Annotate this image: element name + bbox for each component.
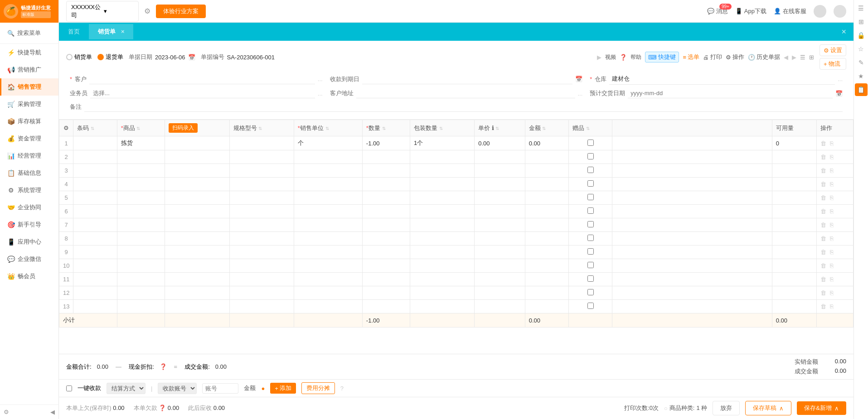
cell-amount[interactable] [525, 300, 568, 313]
cell-amount[interactable] [525, 273, 568, 286]
gift-checkbox[interactable] [587, 167, 594, 173]
add-btn[interactable]: + 添加 [270, 383, 296, 394]
cell-pkg-qty[interactable] [410, 218, 475, 232]
sidebar-item-basic[interactable]: 📋基础信息 [0, 164, 58, 182]
cell-barcode[interactable] [73, 286, 117, 300]
shortcut-btn[interactable]: ⌨ 快捷键 [645, 52, 679, 63]
cell-unit-price[interactable] [475, 259, 525, 273]
cell-pkg-qty[interactable] [410, 246, 475, 259]
cell-pkg-qty[interactable] [410, 164, 475, 178]
cell-qty[interactable] [362, 273, 410, 286]
cell-product[interactable] [117, 178, 165, 191]
cell-qty[interactable] [362, 232, 410, 246]
gift-checkbox[interactable] [587, 275, 594, 282]
cell-unit-price[interactable] [475, 205, 525, 218]
copy-icon[interactable]: ⎘ [830, 140, 834, 147]
customer-addr-more-icon[interactable]: ... [578, 90, 583, 97]
gift-checkbox[interactable] [587, 180, 594, 187]
cell-product[interactable] [117, 205, 165, 218]
cell-gift[interactable] [568, 136, 612, 150]
method-select[interactable]: 结算方式 [107, 383, 145, 394]
copy-icon[interactable]: ⎘ [830, 167, 834, 174]
sidebar-collapse-icon[interactable]: ◀ [50, 409, 55, 415]
expense-btn[interactable]: 费用分摊 [301, 382, 335, 394]
nav-prev-icon[interactable]: ◀ [784, 54, 788, 61]
cell-barcode[interactable] [73, 191, 117, 205]
operation-btn[interactable]: ⚙ 操作 [726, 53, 744, 61]
delete-icon[interactable]: 🗑 [820, 154, 826, 160]
cell-spec[interactable] [229, 273, 294, 286]
gift-checkbox[interactable] [587, 303, 594, 309]
cell-amount[interactable]: 0.00 [525, 136, 568, 150]
cell-unit-price[interactable] [475, 300, 525, 313]
salesperson-input[interactable] [90, 88, 315, 98]
cell-gift[interactable] [568, 246, 612, 259]
cell-spec[interactable] [229, 205, 294, 218]
tab-home[interactable]: 首页 [59, 24, 89, 39]
cell-unit[interactable] [294, 164, 362, 178]
add-circle-icon[interactable]: ● [261, 385, 265, 392]
tool-list-view[interactable]: ☰ [855, 2, 868, 14]
scan-btn[interactable]: 扫码录入 [169, 123, 198, 133]
account-select[interactable]: 收款账号 [158, 383, 197, 394]
sidebar-item-finance[interactable]: 💰资金管理 [0, 130, 58, 147]
gift-checkbox[interactable] [587, 207, 594, 214]
cell-amount[interactable] [525, 286, 568, 300]
sidebar-item-members[interactable]: 👑畅会员 [0, 268, 58, 285]
cell-unit-price[interactable] [475, 150, 525, 164]
choose-btn[interactable]: ≡ 选单 [683, 53, 699, 61]
cell-unit[interactable] [294, 191, 362, 205]
cell-pkg-qty[interactable] [410, 191, 475, 205]
cell-barcode[interactable] [73, 259, 117, 273]
search-menu-item[interactable]: 🔍 搜索菜单 [4, 26, 55, 40]
th-scan[interactable]: 扫码录入 [165, 120, 229, 136]
list-icon[interactable]: ☰ [800, 54, 805, 61]
gift-checkbox[interactable] [587, 235, 594, 241]
cell-unit[interactable] [294, 178, 362, 191]
delete-icon[interactable]: 🗑 [820, 249, 826, 255]
cell-gift[interactable] [568, 205, 612, 218]
warehouse-value[interactable]: 建材仓 [609, 73, 835, 85]
delete-icon[interactable]: 🗑 [820, 235, 826, 242]
calendar-icon[interactable]: 📅 [188, 54, 195, 61]
cell-gift[interactable] [568, 300, 612, 313]
copy-icon[interactable]: ⎘ [830, 181, 834, 188]
delete-icon[interactable]: 🗑 [820, 289, 826, 296]
avatar[interactable] [814, 5, 826, 18]
tab-close-icon[interactable]: × [121, 28, 125, 35]
cell-unit[interactable] [294, 205, 362, 218]
trial-btn[interactable]: 体验行业方案 [156, 5, 206, 18]
cell-unit-price[interactable] [475, 178, 525, 191]
delivery-date-calendar-icon[interactable]: 📅 [835, 90, 843, 97]
cell-gift[interactable] [568, 273, 612, 286]
sidebar-item-system[interactable]: ⚙系统管理 [0, 182, 58, 199]
cell-barcode[interactable] [73, 136, 117, 150]
cell-unit-price[interactable] [475, 273, 525, 286]
cell-product[interactable] [117, 286, 165, 300]
header-settings-icon[interactable]: ⚙ [144, 7, 150, 15]
cell-gift[interactable] [568, 191, 612, 205]
cell-amount[interactable] [525, 164, 568, 178]
gift-checkbox[interactable] [587, 153, 594, 159]
cell-unit[interactable] [294, 273, 362, 286]
cell-gift[interactable] [568, 218, 612, 232]
sidebar-item-newbie[interactable]: 🎯新手引导 [0, 216, 58, 233]
cell-unit-price[interactable]: 0.00 [475, 136, 525, 150]
cell-spec[interactable] [229, 246, 294, 259]
cell-pkg-qty[interactable] [410, 273, 475, 286]
cell-gift[interactable] [568, 232, 612, 246]
radio-return[interactable]: 退货单 [97, 53, 123, 61]
cell-product[interactable] [117, 150, 165, 164]
gift-checkbox[interactable] [587, 262, 594, 268]
save-new-btn[interactable]: 保存&新增 ∧ [797, 401, 846, 415]
cell-unit-price[interactable] [475, 218, 525, 232]
cell-product[interactable] [117, 232, 165, 246]
delete-icon[interactable]: 🗑 [820, 208, 826, 215]
cell-gift[interactable] [568, 286, 612, 300]
settings-btn[interactable]: ⚙ 设置 [820, 44, 846, 56]
th-settings[interactable]: ⚙ [59, 120, 73, 136]
cell-pkg-qty[interactable] [410, 286, 475, 300]
delete-icon[interactable]: 🗑 [820, 194, 826, 201]
cell-amount[interactable] [525, 150, 568, 164]
copy-icon[interactable]: ⎘ [830, 276, 834, 283]
